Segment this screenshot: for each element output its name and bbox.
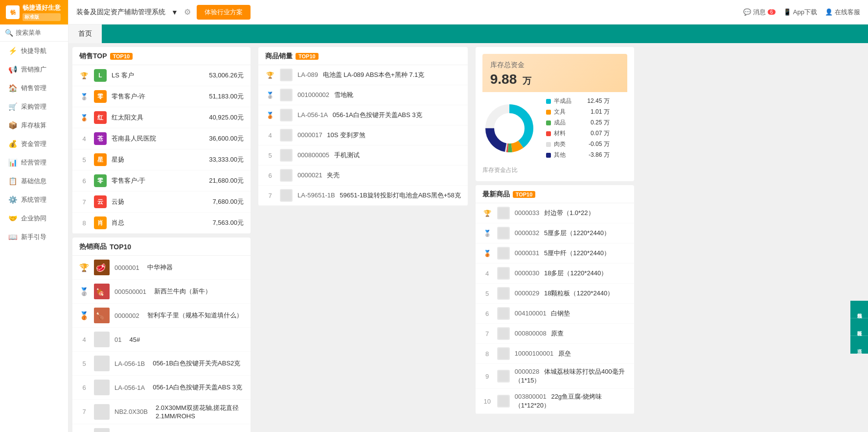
- list-item: 5 0000029 18颗粒板（1220*2440）: [476, 284, 634, 304]
- product-icon: [497, 267, 510, 280]
- customer-amount: 7,680.00元: [212, 197, 244, 206]
- gear-icon[interactable]: ⚙: [184, 7, 191, 17]
- product-icon: [497, 395, 510, 408]
- sidebar-item-marketing[interactable]: 📢 营销推广: [0, 60, 68, 79]
- customer-name: 零售客户-许: [112, 92, 204, 101]
- table-row: 🏆 LA-089 电池盖 LA-089 ABS本色+黑种 7.1克: [258, 65, 468, 85]
- quick-nav-icon: ⚡: [8, 47, 17, 55]
- list-item: 🏆 🥩 0000001 中华神器: [72, 256, 251, 280]
- svg-rect-12: [281, 70, 292, 80]
- sidebar-item-operations[interactable]: 📊 经营管理: [0, 153, 68, 172]
- sidebar-item-sales[interactable]: 🏠 销售管理: [0, 79, 68, 97]
- table-row: 🏆 L LS 客户 53,006.26元: [72, 65, 251, 86]
- rank-num: 5: [79, 156, 89, 164]
- sidebar: 畅 畅捷通好生意 标准版 🔍 搜索菜单 ⚡ 快捷导航 📢 营销推广 🏠 销售管理…: [0, 0, 69, 432]
- inventory-value: 9.88: [490, 72, 517, 87]
- legend-label: 成品: [554, 119, 588, 127]
- rank-num: 6: [265, 172, 275, 179]
- dropdown-chevron-icon[interactable]: ▼: [171, 8, 178, 16]
- sidebar-item-label: 经营管理: [21, 158, 46, 167]
- product-code: 0000028: [515, 368, 540, 375]
- main-area: 装备及固定资产辅助管理系统 ▼ ⚙ 体验行业方案 💬 消息 6 📱 App下载 …: [69, 0, 868, 432]
- float-btn-community[interactable]: 服务社区: [850, 318, 868, 336]
- product-code: LA-59651-1B: [297, 192, 335, 199]
- product-code: 0000001: [114, 264, 139, 271]
- product-name: 5厘多层（1220*2440）: [544, 229, 610, 237]
- product-info: 000800005 手机测试: [297, 151, 461, 160]
- sidebar-item-basic-info[interactable]: 📋 基础信息: [0, 172, 68, 191]
- online-service-label: 在线客服: [835, 8, 860, 17]
- list-item: 5 LA-056-1B 056-1B白色按键开关壳ABS2克: [72, 352, 251, 376]
- float-btn-hotline[interactable]: 客服热线: [850, 301, 868, 318]
- search-icon: 🔍: [5, 29, 13, 37]
- float-btn-live[interactable]: 直播: [850, 336, 868, 354]
- table-row: 7 LA-59651-1B 59651-1B旋转投影灯电池盒ABS黑色+58克: [258, 186, 468, 206]
- sidebar-item-inventory[interactable]: 📦 库存核算: [0, 116, 68, 135]
- logo-icon: 畅: [6, 5, 20, 19]
- rank-medal: 🥈: [265, 92, 275, 99]
- product-image: [94, 428, 110, 432]
- svg-rect-34: [498, 348, 509, 359]
- sidebar-item-label: 销售管理: [21, 84, 46, 93]
- product-image: 🍗: [94, 308, 110, 323]
- notifications-item[interactable]: 💬 消息 6: [743, 8, 776, 17]
- sidebar-item-quick-nav[interactable]: ⚡ 快捷导航: [0, 42, 68, 60]
- product-info: 000800008 原查: [515, 329, 627, 338]
- customer-name: 云扬: [112, 197, 207, 206]
- list-item: 9 0000028 体城荔枝味苏打饮品400毫升（1*15）: [476, 364, 634, 389]
- product-code: 004100001: [515, 310, 547, 317]
- basic-info-icon: 📋: [8, 177, 17, 186]
- product-name: 59651-1B旋转投影灯电池盒ABS黑色+58克: [340, 192, 460, 199]
- rank-num: 🥉: [79, 114, 89, 121]
- sidebar-item-purchase[interactable]: 🛒 采购管理: [0, 97, 68, 116]
- online-service-item[interactable]: 👤 在线客服: [825, 8, 860, 17]
- search-menu-item[interactable]: 🔍 搜索菜单: [0, 24, 68, 42]
- newest-products-card: 最新商品 TOP10 🏆 0000033 封边带（1.0*22）: [476, 185, 634, 414]
- system-title: 装备及固定资产辅助管理系统: [76, 8, 165, 17]
- table-row: 6 0000021 夹壳: [258, 166, 468, 186]
- sidebar-item-finance[interactable]: 💰 资金管理: [0, 135, 68, 153]
- legend-label: 其他: [554, 151, 586, 159]
- product-info: 0000031 5厘中纤（1220*2440）: [515, 249, 627, 258]
- product-icon: [280, 69, 293, 81]
- rank-medal: 🥉: [265, 112, 275, 119]
- rank-num: 5: [79, 360, 89, 367]
- trial-button[interactable]: 体验行业方案: [197, 5, 251, 20]
- rank-num: 6: [79, 177, 89, 185]
- legend-dot: [546, 142, 551, 147]
- newest-top-badge: TOP10: [513, 191, 536, 198]
- product-code: NB2.0X30B: [114, 408, 148, 415]
- logo-text-area: 畅捷通好生意 标准版: [23, 3, 61, 21]
- sidebar-item-system[interactable]: ⚙️ 系统管理: [0, 191, 68, 209]
- product-name: 封边带（1.0*22）: [544, 209, 594, 216]
- product-icon: [497, 327, 510, 340]
- table-row: 8 肖 肖总 7,563.00元: [72, 213, 251, 234]
- product-info: 0000032 5厘多层（1220*2440）: [515, 229, 627, 238]
- table-row: 🥈 零 零售客户-许 51,183.00元: [72, 86, 251, 107]
- sidebar-item-label: 库存核算: [21, 121, 46, 130]
- customer-ranking-card: 销售TOP TOP10 🏆 L LS 客户 53,006.26元: [72, 47, 251, 234]
- avatar: L: [94, 69, 107, 82]
- legend-label: 肉类: [554, 140, 586, 148]
- rank-num: 🥈: [79, 93, 89, 100]
- sidebar-item-label: 基础信息: [21, 177, 46, 186]
- svg-rect-35: [498, 371, 509, 382]
- mobile-icon: 📱: [783, 8, 791, 16]
- newest-products-header: 最新商品 TOP10: [476, 185, 634, 203]
- sidebar-item-cooperation[interactable]: 🤝 企业协同: [0, 209, 68, 228]
- content-area: 销售TOP TOP10 🏆 L LS 客户 53,006.26元: [69, 43, 868, 432]
- legend-item-qita: 其他 -3.86 万: [546, 151, 610, 159]
- product-icon: [280, 149, 293, 162]
- tab-home[interactable]: 首页: [69, 24, 102, 43]
- sidebar-item-guide[interactable]: 📖 新手引导: [0, 228, 68, 246]
- inventory-chart-label: 库存资金占比: [482, 164, 627, 174]
- sidebar-logo: 畅 畅捷通好生意 标准版: [0, 0, 68, 24]
- list-item: 🏆 0000033 封边带（1.0*22）: [476, 203, 634, 223]
- product-image: 🥩: [94, 260, 110, 275]
- product-icon: [497, 247, 510, 260]
- sidebar-item-label: 快捷导航: [21, 47, 46, 55]
- svg-rect-33: [498, 328, 509, 339]
- legend-value: 0.25 万: [591, 119, 610, 127]
- app-download-item[interactable]: 📱 App下载: [783, 8, 817, 17]
- product-name: 新西兰牛肉（新牛）: [154, 287, 211, 296]
